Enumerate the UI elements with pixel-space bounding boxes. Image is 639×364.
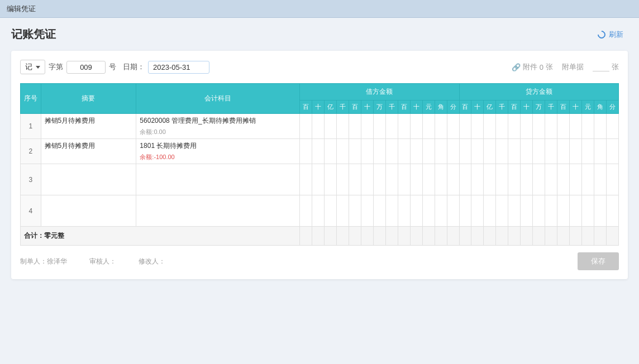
credit-十3-r4[interactable]	[570, 195, 582, 227]
credit-分1[interactable]	[606, 114, 618, 139]
account-cell[interactable]: 56020008 管理费用_长期待摊费用摊销 余额:0.00	[136, 114, 300, 139]
summary-cell[interactable]	[41, 164, 136, 195]
debit-万1-r4[interactable]	[373, 195, 385, 227]
debit-百3-r4[interactable]	[398, 195, 410, 227]
credit-分1-r2[interactable]	[606, 139, 618, 164]
debit-十3[interactable]	[410, 114, 422, 139]
debit-亿1-r3[interactable]	[325, 164, 337, 195]
debit-十1[interactable]	[312, 114, 325, 139]
debit-亿1-r2[interactable]	[325, 139, 337, 164]
debit-百1-r4[interactable]	[300, 195, 312, 227]
debit-百2-r4[interactable]	[349, 195, 361, 227]
debit-十2-r3[interactable]	[361, 164, 373, 195]
debit-千2-r3[interactable]	[385, 164, 398, 195]
credit-角1-r4[interactable]	[594, 195, 606, 227]
credit-十2-r4[interactable]	[521, 195, 533, 227]
debit-万1-r3[interactable]	[373, 164, 385, 195]
debit-元1-r3[interactable]	[422, 164, 435, 195]
debit-十3-r3[interactable]	[410, 164, 422, 195]
credit-十3-r2[interactable]	[570, 139, 582, 164]
credit-百1-r2[interactable]	[459, 139, 471, 164]
debit-百3[interactable]	[398, 114, 410, 139]
debit-元1-r4[interactable]	[422, 195, 435, 227]
credit-分1-r3[interactable]	[606, 164, 618, 195]
debit-十2-r4[interactable]	[361, 195, 373, 227]
debit-十3-r2[interactable]	[410, 139, 422, 164]
debit-千2-r2[interactable]	[385, 139, 398, 164]
credit-百2-r3[interactable]	[508, 164, 521, 195]
credit-元1-r2[interactable]	[582, 139, 594, 164]
credit-角1-r3[interactable]	[594, 164, 606, 195]
debit-百3-r2[interactable]	[398, 139, 410, 164]
date-input[interactable]	[148, 61, 209, 74]
credit-亿1-r2[interactable]	[484, 139, 496, 164]
credit-万1-r3[interactable]	[533, 164, 545, 195]
credit-分1-r4[interactable]	[606, 195, 618, 227]
credit-角1-r2[interactable]	[594, 139, 606, 164]
summary-cell[interactable]: 摊销5月待摊费用	[41, 114, 136, 139]
debit-十3-r4[interactable]	[410, 195, 422, 227]
debit-亿1-r4[interactable]	[325, 195, 337, 227]
debit-万1-r2[interactable]	[373, 139, 385, 164]
debit-百2-r3[interactable]	[349, 164, 361, 195]
credit-千2[interactable]	[545, 114, 557, 139]
summary-cell[interactable]	[41, 195, 136, 227]
debit-十1-r2[interactable]	[312, 139, 325, 164]
credit-百1-r4[interactable]	[459, 195, 471, 227]
credit-十3[interactable]	[570, 114, 582, 139]
credit-千2-r2[interactable]	[545, 139, 557, 164]
debit-千1-r2[interactable]	[336, 139, 349, 164]
debit-千1-r3[interactable]	[336, 164, 349, 195]
debit-十2[interactable]	[361, 114, 373, 139]
summary-cell[interactable]: 摊销5月待摊费用	[41, 139, 136, 164]
credit-百3-r2[interactable]	[557, 139, 570, 164]
credit-元1-r4[interactable]	[582, 195, 594, 227]
credit-千1-r4[interactable]	[496, 195, 508, 227]
debit-分1[interactable]	[447, 114, 459, 139]
debit-角1-r2[interactable]	[435, 139, 447, 164]
account-cell[interactable]	[136, 164, 300, 195]
credit-百2[interactable]	[508, 114, 521, 139]
credit-亿1-r3[interactable]	[484, 164, 496, 195]
credit-十1-r3[interactable]	[471, 164, 484, 195]
credit-亿1[interactable]	[484, 114, 496, 139]
credit-百1[interactable]	[459, 114, 471, 139]
debit-亿1[interactable]	[325, 114, 337, 139]
debit-千2-r4[interactable]	[385, 195, 398, 227]
refresh-button[interactable]: 刷新	[593, 27, 628, 42]
debit-万1[interactable]	[373, 114, 385, 139]
credit-十1-r4[interactable]	[471, 195, 484, 227]
debit-分1-r3[interactable]	[447, 164, 459, 195]
debit-角1[interactable]	[435, 114, 447, 139]
debit-分1-r4[interactable]	[447, 195, 459, 227]
credit-千2-r3[interactable]	[545, 164, 557, 195]
debit-十1-r3[interactable]	[312, 164, 325, 195]
credit-十1-r2[interactable]	[471, 139, 484, 164]
debit-十1-r4[interactable]	[312, 195, 325, 227]
debit-千1-r4[interactable]	[336, 195, 349, 227]
debit-千1[interactable]	[336, 114, 349, 139]
voucher-number-input[interactable]	[66, 61, 106, 74]
type-select-button[interactable]: 记	[20, 60, 45, 74]
save-button[interactable]: 保存	[578, 252, 619, 270]
credit-元1-r3[interactable]	[582, 164, 594, 195]
credit-百3[interactable]	[557, 114, 570, 139]
debit-角1-r4[interactable]	[435, 195, 447, 227]
credit-百3-r3[interactable]	[557, 164, 570, 195]
credit-亿1-r4[interactable]	[484, 195, 496, 227]
credit-万1-r4[interactable]	[533, 195, 545, 227]
debit-千2[interactable]	[385, 114, 398, 139]
credit-十1[interactable]	[471, 114, 484, 139]
debit-百1-r2[interactable]	[300, 139, 312, 164]
credit-十2-r2[interactable]	[521, 139, 533, 164]
credit-十3-r3[interactable]	[570, 164, 582, 195]
attach-link[interactable]: 🔗 附件 0 张	[512, 62, 553, 72]
credit-十2[interactable]	[521, 114, 533, 139]
credit-千2-r4[interactable]	[545, 195, 557, 227]
credit-百2-r2[interactable]	[508, 139, 521, 164]
credit-千1-r2[interactable]	[496, 139, 508, 164]
debit-十2-r2[interactable]	[361, 139, 373, 164]
account-cell[interactable]	[136, 195, 300, 227]
debit-百3-r3[interactable]	[398, 164, 410, 195]
debit-元1[interactable]	[422, 114, 435, 139]
